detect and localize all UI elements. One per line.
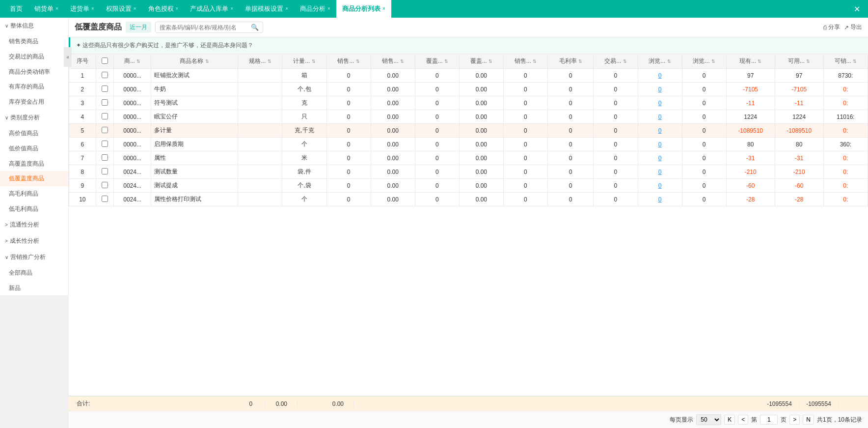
cell-check[interactable] [96,179,113,193]
sidebar-item-low-coverage[interactable]: 低覆盖度商品 [0,171,68,186]
sidebar-section-marketing[interactable]: ∨ 营销推广分析 [0,249,68,265]
close-purchase-icon[interactable]: × [91,0,94,18]
sidebar-item-new-goods[interactable]: 新品 [0,281,68,296]
cell-name: 测试提成 [151,179,238,193]
sidebar-collapse-button[interactable]: « [64,47,72,67]
nav-role[interactable]: 角色授权 × [142,0,185,18]
col-sales-mix[interactable]: 销售... ⇅ [503,54,547,69]
col-available[interactable]: 可用... ⇅ [775,54,823,69]
cell-browse-link[interactable]: 0 [638,151,682,165]
sidebar-item-traded-goods[interactable]: 交易过的商品 [0,49,68,64]
nav-template[interactable]: 单据模板设置 × [239,0,294,18]
close-goods-list-icon[interactable]: × [382,0,385,18]
cell-browse-count: 0 [682,165,726,179]
export-button[interactable]: ↗ 导出 [844,23,862,31]
cell-browse-link[interactable]: 0 [638,83,682,96]
col-gross[interactable]: 毛利率 ⇅ [548,54,594,69]
sidebar-item-stock-goods[interactable]: 有库存的商品 [0,79,68,94]
nav-purchase[interactable]: 进货单 × [64,0,100,18]
page-input[interactable] [760,415,778,425]
col-browse2[interactable]: 浏览... ⇅ [682,54,726,69]
prev-page-button[interactable]: < [738,415,748,425]
search-input[interactable] [160,24,249,31]
sidebar-item-low-value[interactable]: 低价值商品 [0,141,68,156]
cell-trans: 0 [594,110,638,124]
cell-check[interactable] [96,69,113,83]
col-name[interactable]: 商品名称 ⇅ [151,54,238,69]
window-close-button[interactable]: ✕ [850,4,864,14]
sidebar-item-category-rate[interactable]: 商品分类动销率 [0,64,68,80]
per-page-select[interactable]: 50 100 200 [696,414,721,425]
nav-goods-analysis-list[interactable]: 商品分析列表 × [336,0,391,18]
sidebar-item-stock-capital[interactable]: 库存资金占用 [0,94,68,110]
col-cover-count[interactable]: 覆盖... ⇅ [415,54,459,69]
col-code[interactable]: 商... ⇅ [114,54,151,69]
cell-browse-link[interactable]: 0 [638,69,682,83]
col-spec[interactable]: 规格... ⇅ [238,54,282,69]
cell-check[interactable] [96,110,113,124]
cell-check[interactable] [96,96,113,110]
nav-product-inbound[interactable]: 产成品入库单 × [184,0,239,18]
sidebar-item-high-value[interactable]: 高价值商品 [0,126,68,141]
cell-check[interactable] [96,124,113,138]
row-checkbox[interactable] [102,113,108,119]
cell-browse-link[interactable]: 0 [638,110,682,124]
cell-check[interactable] [96,151,113,165]
nav-home[interactable]: 首页 [4,0,28,18]
col-unit[interactable]: 计量... ⇅ [282,54,326,69]
row-checkbox[interactable] [102,99,108,106]
cell-check[interactable] [96,83,113,96]
col-sales-amt[interactable]: 销售... ⇅ [371,54,415,69]
row-checkbox[interactable] [102,168,108,174]
row-checkbox[interactable] [102,154,108,161]
sidebar-item-sales-goods[interactable]: 销售类商品 [0,34,68,49]
cell-browse-link[interactable]: 0 [638,193,682,206]
cell-browse-link[interactable]: 0 [638,138,682,151]
col-check[interactable] [96,54,113,69]
cell-check[interactable] [96,193,113,206]
cell-browse-link[interactable]: 0 [638,179,682,193]
nav-sales[interactable]: 销货单 × [28,0,64,18]
close-permission-icon[interactable]: × [134,0,136,18]
close-product-inbound-icon[interactable]: × [230,0,233,18]
select-all-checkbox[interactable] [102,57,108,64]
close-goods-analysis-icon[interactable]: × [327,0,330,18]
cell-browse-link[interactable]: 0 [638,96,682,110]
first-page-button[interactable]: K [724,415,735,425]
share-button[interactable]: ⎙ 分享 [823,23,840,31]
col-trans[interactable]: 交易... ⇅ [594,54,638,69]
nav-goods-analysis[interactable]: 商品分析 × [294,0,336,18]
sidebar-item-high-coverage[interactable]: 高覆盖度商品 [0,156,68,171]
period-button[interactable]: 近一月 [126,22,151,33]
sidebar-item-all-goods[interactable]: 全部商品 [0,265,68,281]
sidebar-item-high-profit[interactable]: 高毛利商品 [0,186,68,201]
row-checkbox[interactable] [102,182,108,188]
cell-browse-link[interactable]: 0 [638,124,682,138]
cell-browse-link[interactable]: 0 [638,165,682,179]
sidebar-section-category[interactable]: ∨ 类别度分析 [0,110,68,126]
row-checkbox[interactable] [102,141,108,147]
row-checkbox[interactable] [102,86,108,92]
col-cover-rate[interactable]: 覆盖... ⇅ [459,54,503,69]
nav-permission[interactable]: 权限设置 × [100,0,142,18]
col-saleable[interactable]: 可销... ⇅ [823,54,868,69]
sidebar-section-flow[interactable]: > 流通性分析 [0,217,68,233]
sidebar-section-growth[interactable]: > 成长性分析 [0,233,68,249]
col-browse1[interactable]: 浏览... ⇅ [638,54,682,69]
col-current[interactable]: 现有... ⇅ [726,54,775,69]
cell-check[interactable] [96,165,113,179]
sidebar-item-low-profit[interactable]: 低毛利商品 [0,201,68,217]
row-checkbox[interactable] [102,127,108,133]
next-page-button[interactable]: > [789,415,800,425]
data-table-wrapper[interactable]: 序号 商... ⇅ 商品名称 ⇅ 规格... ⇅ 计量... ⇅ 销售... ⇅… [69,54,868,396]
close-template-icon[interactable]: × [285,0,288,18]
col-sales-qty[interactable]: 销售... ⇅ [326,54,371,69]
row-checkbox[interactable] [102,72,108,78]
last-page-button[interactable]: N [803,415,814,425]
cell-check[interactable] [96,138,113,151]
close-sales-icon[interactable]: × [55,0,58,18]
close-role-icon[interactable]: × [176,0,179,18]
sidebar-section-overall[interactable]: ∨ 整体信息 [0,18,68,34]
row-checkbox[interactable] [102,196,108,202]
search-icon[interactable]: 🔍 [251,24,259,31]
